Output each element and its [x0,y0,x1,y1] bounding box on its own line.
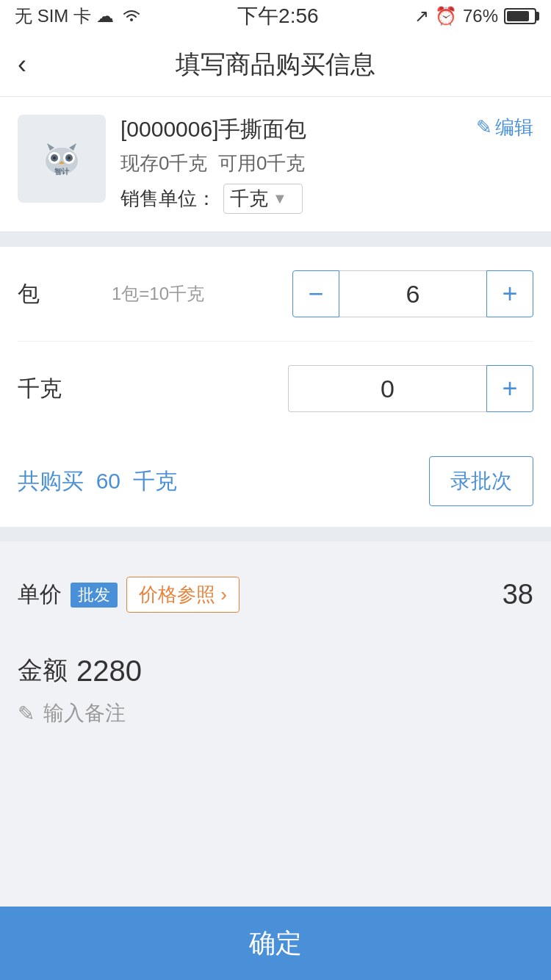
total-amount: 60 [96,469,120,493]
edit-button[interactable]: ✎ 编辑 [476,115,533,140]
edit-icon: ✎ [476,116,492,139]
product-card: 智计 [0000006]手撕面包 现存0千克 可用0千克 销售单位： 千克 ▼ … [0,97,551,232]
price-row: 单价 批发 价格参照 › 38 [18,577,533,613]
product-image: 智计 [18,115,106,203]
product-info: [0000006]手撕面包 现存0千克 可用0千克 销售单位： 千克 ▼ [120,115,533,214]
svg-marker-8 [47,143,54,151]
svg-point-0 [130,18,133,21]
bag-label: 包 [18,279,106,309]
input-section: 包 1包=10千克 − + 千克 + [0,247,551,436]
total-text: 共购买 60 千克 [18,466,177,497]
wifi-icon [121,6,142,26]
bag-input-row: 包 1包=10千克 − + [18,247,533,342]
price-label-group: 单价 批发 价格参照 › [18,577,240,613]
product-stock: 现存0千克 可用0千克 [120,151,533,176]
kg-label: 千克 [18,374,106,404]
chevron-down-icon: ▼ [273,190,287,207]
status-right: ↗ ⏰ 76% [414,6,536,26]
status-bar: 无 SIM 卡 ☁ 下午2:56 ↗ ⏰ 76% [0,0,551,32]
bag-plus-button[interactable]: + [486,270,533,317]
price-label: 单价 [18,580,62,610]
amount-value: 2280 [76,655,142,688]
unit-label: 销售单位： [120,186,216,212]
bag-hint: 1包=10千克 [112,282,292,306]
sim-label: 无 SIM 卡 ☁ [15,4,114,28]
kg-controls: + [288,365,533,412]
remark-placeholder: 输入备注 [43,699,126,727]
product-unit-row: 销售单位： 千克 ▼ [120,184,533,214]
total-row: 共购买 60 千克 录批次 [0,436,551,527]
section-divider-1 [0,232,551,247]
remark-row[interactable]: ✎ 输入备注 [18,699,533,727]
status-left: 无 SIM 卡 ☁ [15,4,142,28]
time-label: 下午2:56 [237,2,319,30]
nav-bar: ‹ 填写商品购买信息 [0,32,551,97]
amount-label: 金额 [18,654,68,688]
battery-percent: 76% [463,6,498,26]
price-tag: 批发 [71,583,118,608]
unit-select[interactable]: 千克 ▼ [223,184,303,214]
product-logo: 智计 [40,140,84,177]
kg-quantity-input[interactable] [288,365,486,412]
amount-row: 金额 2280 [18,654,533,688]
svg-text:智计: 智计 [54,167,70,176]
kg-input-row: 千克 + [18,342,533,436]
location-icon: ↗ [414,6,429,26]
confirm-button[interactable]: 确定 [0,907,551,980]
kg-plus-button[interactable]: + [486,365,533,412]
product-name: [0000006]手撕面包 [120,115,533,145]
bag-quantity-input[interactable] [339,270,486,317]
svg-marker-9 [69,143,76,151]
svg-point-6 [53,156,56,159]
svg-point-7 [68,156,71,159]
alarm-icon: ⏰ [435,6,457,26]
bag-minus-button[interactable]: − [292,270,339,317]
batch-button[interactable]: 录批次 [429,456,533,506]
price-ref-button[interactable]: 价格参照 › [126,577,240,613]
bag-controls: − + [292,270,533,317]
back-button[interactable]: ‹ [18,49,26,80]
price-value: 38 [503,579,533,610]
battery-icon [504,8,536,24]
confirm-label: 确定 [249,926,302,962]
price-section: 单价 批发 价格参照 › 38 [0,556,551,633]
remark-icon: ✎ [18,702,35,726]
amount-section: 金额 2280 ✎ 输入备注 [0,633,551,742]
page-title: 填写商品购买信息 [176,48,375,82]
section-divider-2 [0,527,551,541]
